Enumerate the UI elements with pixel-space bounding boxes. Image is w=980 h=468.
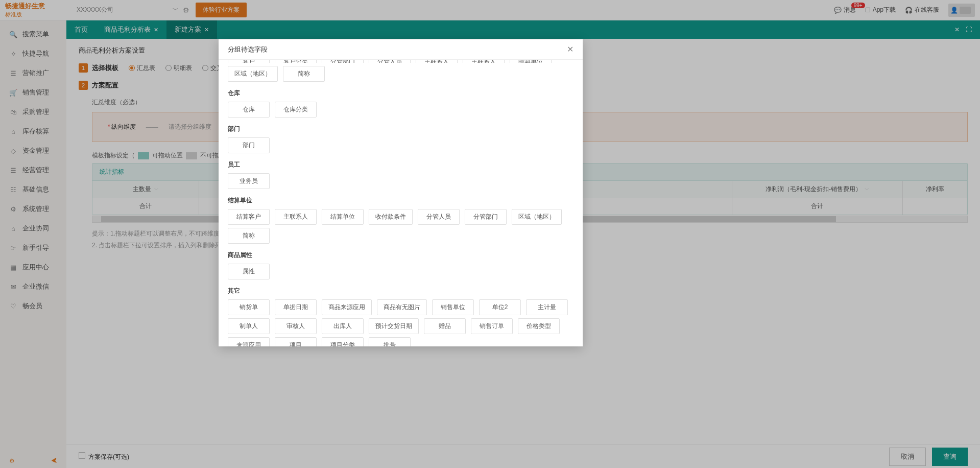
field-option[interactable]: 商品来源应用 <box>322 299 372 315</box>
field-option[interactable]: 仓库分类 <box>275 102 317 118</box>
field-option[interactable]: 部门 <box>228 137 270 153</box>
field-option[interactable]: 销售单位 <box>432 299 474 315</box>
field-option[interactable]: 主联系人 <box>463 60 505 63</box>
field-option[interactable]: 分管人员 <box>418 209 460 225</box>
field-option[interactable]: 分管部门 <box>465 209 507 225</box>
field-option[interactable]: 单位2 <box>479 299 521 315</box>
field-option[interactable]: 制单人 <box>228 318 270 334</box>
field-group-title: 部门 <box>228 125 573 133</box>
field-group-title: 商品属性 <box>228 251 573 260</box>
field-option[interactable]: 邮箱单位 <box>510 60 552 63</box>
field-option[interactable]: 区域（地区） <box>512 209 562 225</box>
field-option[interactable]: 来源应用 <box>228 337 270 346</box>
field-option[interactable]: 批号 <box>369 337 411 346</box>
modal-body[interactable]: 客户客户分类分管部门分管人员主联系人主联系人邮箱单位区域（地区）简称仓库仓库仓库… <box>219 60 583 346</box>
field-option[interactable]: 主计量 <box>526 299 568 315</box>
field-option[interactable]: 客户分类 <box>275 60 317 63</box>
field-option[interactable]: 属性 <box>228 264 270 279</box>
field-option[interactable]: 结算客户 <box>228 209 270 225</box>
field-option[interactable]: 销货单 <box>228 299 270 315</box>
field-option[interactable]: 区域（地区） <box>228 66 278 82</box>
field-option[interactable]: 客户 <box>228 60 270 63</box>
field-option[interactable]: 销售订单 <box>471 318 513 334</box>
field-option[interactable]: 出库人 <box>322 318 364 334</box>
field-option[interactable]: 主联系人 <box>275 209 317 225</box>
field-option[interactable]: 业务员 <box>228 173 270 189</box>
field-group-title: 员工 <box>228 160 573 169</box>
field-option[interactable]: 简称 <box>283 66 325 82</box>
field-option[interactable]: 审核人 <box>275 318 317 334</box>
field-picker-modal: 分组待选字段 ✕ 客户客户分类分管部门分管人员主联系人主联系人邮箱单位区域（地区… <box>219 39 583 346</box>
field-group-title: 仓库 <box>228 89 573 98</box>
field-option[interactable]: 预计交货日期 <box>369 318 419 334</box>
field-option[interactable]: 项目 <box>275 337 317 346</box>
field-option[interactable]: 收付款条件 <box>369 209 413 225</box>
field-option[interactable]: 分管人员 <box>369 60 411 63</box>
field-option[interactable]: 单据日期 <box>275 299 317 315</box>
field-option[interactable]: 仓库 <box>228 102 270 118</box>
close-icon[interactable]: ✕ <box>567 44 573 54</box>
field-option[interactable]: 赠品 <box>424 318 466 334</box>
field-option[interactable]: 简称 <box>228 228 270 244</box>
field-option[interactable]: 项目分类 <box>322 337 364 346</box>
field-option[interactable]: 主联系人 <box>416 60 458 63</box>
field-option[interactable]: 价格类型 <box>518 318 560 334</box>
field-option[interactable]: 商品有无图片 <box>377 299 427 315</box>
field-option[interactable]: 结算单位 <box>322 209 364 225</box>
field-option[interactable]: 分管部门 <box>322 60 364 63</box>
field-group-title: 其它 <box>228 287 573 295</box>
field-group-title: 结算单位 <box>228 196 573 205</box>
